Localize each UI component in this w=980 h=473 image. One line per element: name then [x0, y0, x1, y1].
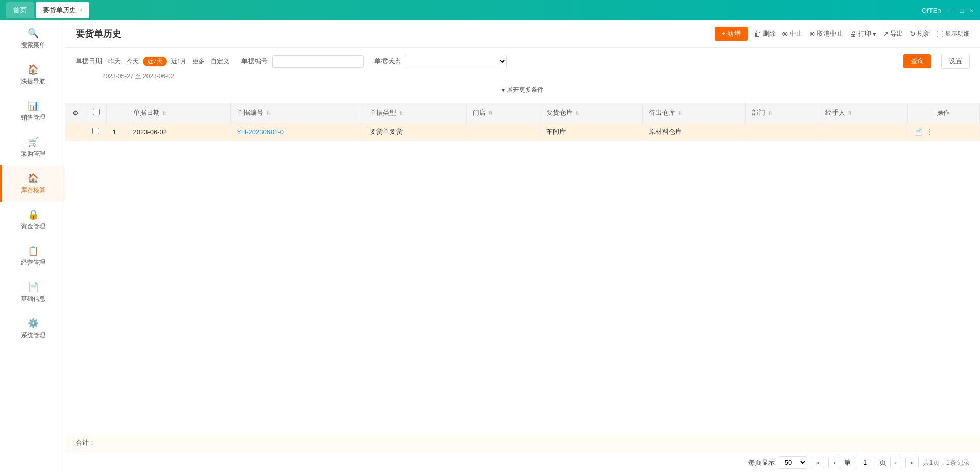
- page-input[interactable]: [855, 457, 875, 468]
- display-toggle[interactable]: 显示明细: [937, 30, 970, 38]
- export-btn[interactable]: ↗ 导出: [883, 29, 903, 38]
- col-store[interactable]: 门店 ⇅: [466, 103, 540, 123]
- cell-checkbox[interactable]: [86, 123, 106, 141]
- shortcut-1month[interactable]: 近1月: [169, 57, 189, 66]
- shortcut-custom[interactable]: 自定义: [209, 57, 231, 66]
- sidebar-item-operations[interactable]: 📋 经营管理: [0, 238, 65, 274]
- export-label: 导出: [890, 29, 903, 38]
- sort-store-icon: ⇅: [488, 110, 493, 116]
- filter-area: 单据日期 昨天 今天 近7天 近1月 更多 自定义 单据编号: [65, 48, 980, 103]
- shortcut-7days[interactable]: 近7天: [143, 57, 167, 66]
- cell-department: [745, 123, 819, 141]
- suspend-label: 中止: [790, 29, 803, 38]
- cart-icon: 🛒: [28, 136, 39, 148]
- sidebar-item-purchase[interactable]: 🛒 采购管理: [0, 129, 65, 165]
- query-btn[interactable]: 查询: [903, 54, 931, 68]
- shortcut-yesterday[interactable]: 昨天: [106, 57, 122, 66]
- settings-btn[interactable]: 设置: [941, 54, 970, 69]
- col-settings[interactable]: ⚙: [65, 103, 86, 123]
- col-date[interactable]: 单据日期 ⇅: [127, 103, 231, 123]
- tab-home[interactable]: 首页: [6, 2, 34, 18]
- doc-number-input[interactable]: [272, 55, 364, 68]
- doc-status-label: 单据状态: [374, 57, 401, 66]
- per-page-label: 每页显示: [748, 458, 775, 467]
- first-page-btn[interactable]: «: [812, 457, 824, 468]
- date-shortcuts: 昨天 今天 近7天 近1月 更多 自定义: [106, 57, 231, 66]
- sidebar-label-inventory: 库存核算: [21, 186, 45, 195]
- suspend-icon: ⊗: [782, 30, 788, 38]
- sidebar-item-search-menu[interactable]: 🔍 搜索菜单: [0, 20, 65, 57]
- sort-doctype-icon: ⇅: [399, 110, 403, 116]
- tab-active[interactable]: 要货单历史 ×: [36, 2, 89, 18]
- cell-actions: 📄 ⋮: [907, 123, 980, 141]
- cell-req-warehouse: 车间库: [540, 123, 643, 141]
- col-index: [106, 103, 127, 123]
- search-icon: 🔍: [28, 28, 39, 39]
- col-docno[interactable]: 单据编号 ⇅: [231, 103, 363, 123]
- doc-link[interactable]: YH-20230602-0: [237, 128, 284, 136]
- top-bar-right: OfTEn — □ ×: [922, 7, 974, 14]
- home-icon: 🏠: [28, 64, 39, 75]
- sidebar-item-basic-info[interactable]: 📄 基础信息: [0, 274, 65, 311]
- page-label: 第: [844, 458, 851, 467]
- chart-icon: 📊: [28, 100, 39, 111]
- cell-index: 1: [106, 123, 127, 141]
- col-docno-label: 单据编号: [237, 109, 263, 116]
- cell-settings: [65, 123, 86, 141]
- last-page-btn[interactable]: »: [905, 457, 918, 468]
- tab-home-label: 首页: [13, 6, 27, 15]
- minimize-btn[interactable]: —: [947, 7, 954, 14]
- col-doctype[interactable]: 单据类型 ⇅: [363, 103, 467, 123]
- doc-number-filter-group: 单据编号: [241, 55, 364, 68]
- table-row[interactable]: 1 2023-06-02 YH-20230602-0 要货单要货 车间库 原材料…: [65, 123, 980, 141]
- new-btn[interactable]: + 新增: [715, 27, 748, 41]
- display-checkbox[interactable]: [937, 31, 943, 37]
- select-all-checkbox[interactable]: [93, 109, 100, 115]
- per-page-select[interactable]: 50 10 20 100: [779, 456, 807, 469]
- col-pending-warehouse[interactable]: 待出仓库 ⇅: [643, 103, 746, 123]
- print-chevron-icon: ▾: [873, 30, 876, 38]
- doc-status-select[interactable]: [405, 55, 507, 68]
- col-department[interactable]: 部门 ⇅: [745, 103, 819, 123]
- next-page-btn[interactable]: ›: [890, 457, 901, 468]
- cancel-suspend-btn[interactable]: ⊗ 取消中止: [809, 29, 843, 38]
- sidebar-item-sales[interactable]: 📊 销售管理: [0, 93, 65, 129]
- page-header: 要货单历史 + 新增 🗑 删除 ⊗ 中止 ⊗ 取消中止 🖨 打印: [65, 20, 980, 48]
- maximize-btn[interactable]: □: [960, 7, 964, 14]
- col-handler[interactable]: 经手人 ⇅: [819, 103, 907, 123]
- shortcut-today[interactable]: 今天: [125, 57, 141, 66]
- prev-page-btn[interactable]: ‹: [828, 457, 840, 468]
- sort-date-icon: ⇅: [162, 110, 166, 116]
- col-checkbox[interactable]: [86, 103, 106, 123]
- sidebar-item-finance[interactable]: 🔒 资金管理: [0, 202, 65, 238]
- col-req-warehouse[interactable]: 要货仓库 ⇅: [540, 103, 643, 123]
- print-btn[interactable]: 🖨 打印 ▾: [849, 29, 876, 38]
- print-icon: 🖨: [849, 30, 856, 38]
- sort-docno-icon: ⇅: [266, 110, 271, 116]
- sidebar-item-inventory[interactable]: 🏠 库存核算: [0, 165, 65, 202]
- suspend-btn[interactable]: ⊗ 中止: [782, 29, 803, 38]
- col-req-warehouse-label: 要货仓库: [546, 109, 573, 116]
- date-filter-group: 单据日期 昨天 今天 近7天 近1月 更多 自定义: [76, 57, 231, 66]
- sort-pending-warehouse-icon: ⇅: [678, 110, 682, 116]
- sort-handler-icon: ⇅: [848, 110, 852, 116]
- footer-total-label: 合计：: [76, 438, 95, 447]
- doc-icon: 📄: [28, 281, 39, 293]
- sidebar-item-quick-nav[interactable]: 🏠 快捷导航: [0, 57, 65, 93]
- expand-more[interactable]: ▾ 展开更多条件: [76, 84, 970, 97]
- row-checkbox[interactable]: [92, 128, 99, 134]
- tab-close-icon[interactable]: ×: [79, 7, 82, 13]
- sidebar-item-system[interactable]: ⚙️ 系统管理: [0, 311, 65, 347]
- delete-btn[interactable]: 🗑 删除: [754, 29, 776, 38]
- page-suffix: 页: [879, 458, 886, 467]
- gear-icon: ⚙️: [28, 318, 39, 329]
- refresh-label: 刷新: [917, 29, 930, 38]
- close-btn[interactable]: ×: [970, 7, 974, 14]
- view-action-icon[interactable]: 📄: [914, 128, 922, 136]
- content-area: 要货单历史 + 新增 🗑 删除 ⊗ 中止 ⊗ 取消中止 🖨 打印: [65, 20, 980, 473]
- more-action-icon[interactable]: ⋮: [926, 128, 934, 136]
- clipboard-icon: 📋: [28, 245, 39, 256]
- cell-docno[interactable]: YH-20230602-0: [231, 123, 363, 141]
- shortcut-more[interactable]: 更多: [190, 57, 207, 66]
- refresh-btn[interactable]: ↻ 刷新: [910, 29, 930, 38]
